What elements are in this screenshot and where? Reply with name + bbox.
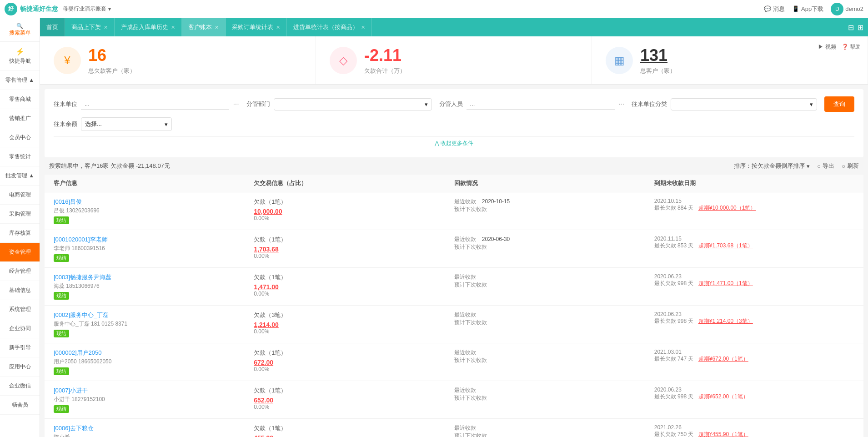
sidebar-item-inventory[interactable]: 库存核算 [0, 224, 40, 243]
filter-source-unit-label: 往来单位 [54, 100, 77, 108]
return-info-1: 最近收款 2020-06-30 [454, 236, 654, 243]
sidebar-search[interactable]: 🔍 搜索菜单 [0, 18, 40, 42]
header-due-date: 到期未收款日期 [654, 179, 854, 187]
overdue-link-5[interactable]: 超期¥652.00（1笔） [698, 393, 748, 400]
tab-purchase-stats[interactable]: 进货单统计表（按商品） ✕ [287, 18, 372, 36]
sidebar-item-retail-stats[interactable]: 零售统计 [0, 147, 40, 166]
results-bar-right: 排序：按欠款金额倒序排序 ▾ ○ 导出 ○ 刷新 [734, 162, 859, 170]
debt-percent-4: 0.00% [254, 366, 454, 372]
sidebar-item-purchase[interactable]: 采购管理 [0, 205, 40, 224]
customer-name-3[interactable]: [0002]服务中心_丁磊 [54, 311, 109, 318]
filter-dept-select[interactable]: ▾ [274, 98, 432, 111]
filter-unit-category-select[interactable]: ▾ [671, 98, 817, 111]
results-summary: 搜索结果中，客户16家 欠款金额 -21,148.07元 [49, 162, 170, 170]
app-download-btn[interactable]: 📱 App下载 [792, 5, 823, 13]
top-bar-right: 💬 消息 📱 App下载 D demo2 [764, 3, 863, 15]
company-name: 母婴行业演示账套 [63, 5, 106, 13]
filter-source-unit-input[interactable] [81, 99, 229, 110]
close-tab-customer-account[interactable]: ✕ [215, 25, 219, 30]
table-row: [0016]吕俊 吕俊 13026203696 现结 欠款（1笔） 10,000… [45, 192, 863, 230]
debt-amount-4[interactable]: 672.00 [254, 359, 273, 366]
tab-purchase-order[interactable]: 采购订单统计表 ✕ [226, 18, 287, 36]
debt-percent-2: 0.00% [254, 291, 454, 297]
search-button[interactable]: 查询 [824, 96, 854, 112]
debt-amount-6[interactable]: 455.90 [254, 434, 273, 437]
overdue-link-0[interactable]: 超期¥10,000.00（1笔） [698, 205, 756, 211]
filter-balance-value: 选择... [85, 120, 102, 128]
cell-due-date-1: 2020.11.15 最长欠款 853 天 超期¥1,703.68（1笔） [654, 236, 854, 250]
company-selector[interactable]: 母婴行业演示账套 ▾ [63, 5, 111, 13]
filter-person-dots[interactable]: ··· [618, 100, 624, 108]
tab-bar-collapse-icon[interactable]: ⊟ [848, 23, 854, 32]
tab-customer-account[interactable]: 客户账本 ✕ [182, 18, 226, 36]
filter-balance-select[interactable]: 选择... ▾ [81, 117, 172, 131]
return-info-0: 最近收款 2020-10-15 [454, 198, 654, 206]
sidebar-item-capital[interactable]: 资金管理 [0, 243, 40, 262]
cell-due-date-3: 2020.06.23 最长欠款 998 天 超期¥1,214.00（3笔） [654, 311, 854, 325]
help-btn[interactable]: ❓ 帮助 [842, 43, 861, 51]
sidebar-item-quick-nav[interactable]: ⚡ 快捷导航 [0, 42, 40, 71]
sidebar-item-retail-mall[interactable]: 零售商城 [0, 90, 40, 109]
logo-area: 好 畅捷通好生意 [5, 3, 58, 15]
debt-amount-1[interactable]: 1,703.68 [254, 246, 279, 253]
filter-person-input[interactable] [467, 99, 615, 110]
customer-name-0[interactable]: [0016]吕俊 [54, 198, 82, 205]
due-date-5: 2020.06.23 [654, 387, 854, 393]
sidebar-item-new-guide[interactable]: 新手引导 [0, 338, 40, 357]
debt-amount-2[interactable]: 1,471.00 [254, 283, 279, 291]
customer-name-4[interactable]: [000002]用户2050 [54, 349, 102, 356]
sidebar-item-enterprise-wechat[interactable]: 企业微信 [0, 377, 40, 396]
export-btn[interactable]: ○ 导出 [817, 162, 834, 170]
next-payment-0: 预计下次收款 [454, 206, 654, 213]
debt-amount-0[interactable]: 10,000.00 [254, 208, 282, 215]
refresh-btn[interactable]: ○ 刷新 [842, 162, 859, 170]
customer-badge-2: 现结 [54, 292, 69, 300]
customer-badge-5: 现结 [54, 405, 69, 413]
tab-product-history[interactable]: 产成品入库单历史 ✕ [115, 18, 182, 36]
cell-due-date-5: 2020.06.23 最长欠款 998 天 超期¥652.00（1笔） [654, 387, 854, 401]
customer-name-5[interactable]: [0007]小进干 [54, 387, 88, 394]
close-tab-purchase-order[interactable]: ✕ [276, 25, 280, 30]
sidebar-item-operations[interactable]: 经营管理 [0, 262, 40, 281]
overdue-link-1[interactable]: 超期¥1,703.68（1笔） [698, 242, 753, 249]
overdue-link-4[interactable]: 超期¥672.00（1笔） [698, 356, 748, 362]
overdue-link-3[interactable]: 超期¥1,214.00（3笔） [698, 318, 753, 324]
overdue-days-1: 最长欠款 853 天 [654, 242, 697, 249]
sidebar-item-enterprise-collab[interactable]: 企业协同 [0, 319, 40, 338]
tab-home[interactable]: 首页 [40, 18, 65, 36]
collapse-bar[interactable]: ⋀ 收起更多条件 [54, 136, 854, 150]
sort-select[interactable]: 排序：按欠款金额倒序排序 ▾ [734, 162, 810, 170]
cell-customer-info-4: [000002]用户2050 用户2050 18665062050 现结 [54, 349, 254, 375]
tab-bar-expand-icon[interactable]: ⊞ [858, 23, 863, 32]
table-row: [0001020001]李老师 李老师 18600391516 现结 欠款（1笔… [45, 230, 863, 268]
overdue-link-2[interactable]: 超期¥1,471.00（1笔） [698, 280, 753, 286]
cell-due-date-4: 2021.03.01 最长欠款 747 天 超期¥672.00（1笔） [654, 349, 854, 363]
message-btn[interactable]: 💬 消息 [764, 5, 785, 13]
next-payment-1: 预计下次收款 [454, 243, 654, 251]
sidebar-item-ecommerce[interactable]: 电商管理 [0, 186, 40, 205]
sidebar-item-member[interactable]: 会员中心 [0, 128, 40, 147]
debt-amount-5[interactable]: 652.00 [254, 397, 273, 404]
close-tab-product-history[interactable]: ✕ [171, 25, 175, 30]
tab-product-offsale[interactable]: 商品上下架 ✕ [65, 18, 115, 36]
sidebar-item-marketing[interactable]: 营销推广 [0, 109, 40, 128]
close-tab-product-offsale[interactable]: ✕ [104, 25, 108, 30]
sidebar-item-vip[interactable]: 畅会员 [0, 396, 40, 415]
video-btn[interactable]: ▶ 视频 [818, 43, 836, 51]
filter-balance-label: 往来余额 [54, 120, 77, 128]
sidebar-item-system[interactable]: 系统管理 [0, 300, 40, 319]
sidebar-item-app-center[interactable]: 应用中心 [0, 357, 40, 377]
close-tab-purchase-stats[interactable]: ✕ [361, 25, 365, 30]
sidebar-item-retail-mgmt[interactable]: 零售管理 ▲ [0, 71, 40, 90]
customer-name-6[interactable]: [0006]去下粮仓 [54, 425, 94, 432]
customer-name-2[interactable]: [0003]畅捷服务尹海蕊 [54, 274, 111, 281]
sidebar-item-basic-info[interactable]: 基础信息 [0, 281, 40, 300]
debt-percent-0: 0.00% [254, 215, 454, 221]
user-area[interactable]: D demo2 [831, 3, 863, 15]
sidebar-item-batch-mgmt[interactable]: 批发管理 ▲ [0, 166, 40, 186]
overdue-link-6[interactable]: 超期¥455.90（1笔） [698, 431, 748, 437]
customer-name-1[interactable]: [0001020001]李老师 [54, 236, 108, 243]
filter-source-unit-dots[interactable]: ··· [233, 100, 239, 108]
debt-amount-3[interactable]: 1,214.00 [254, 321, 279, 328]
next-payment-5: 预计下次收款 [454, 394, 654, 402]
